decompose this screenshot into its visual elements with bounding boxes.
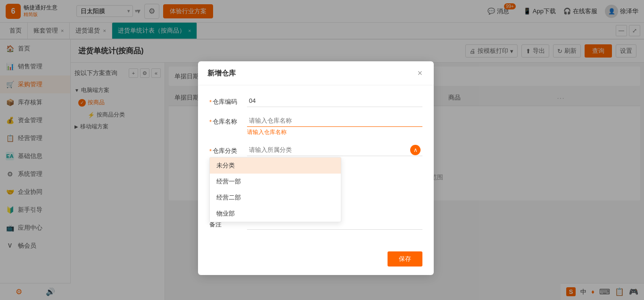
save-button[interactable]: 保存 (388, 251, 422, 267)
category-dropdown: 未分类 经营一部 经营二部 物业部 (209, 157, 341, 222)
category-select-wrap: ∧ (247, 144, 422, 156)
name-label: * 仓库名称 (209, 115, 247, 126)
dialog-title: 新增仓库 (207, 69, 236, 78)
dialog-header: 新增仓库 × (198, 61, 434, 85)
category-input[interactable] (247, 144, 422, 156)
name-control: 请输入仓库名称 (247, 115, 422, 136)
form-row-code: * 仓库编码 (209, 95, 422, 107)
dropdown-item-dept2[interactable]: 经营二部 (210, 190, 341, 206)
dialog-body: * 仓库编码 * 仓库名称 请输入仓库名称 * 仓库分类 (198, 85, 434, 247)
category-control: ∧ 未分类 经营一部 经营二部 物业部 (247, 144, 422, 156)
code-input[interactable] (247, 95, 422, 107)
dropdown-item-unclassified[interactable]: 未分类 (210, 158, 341, 174)
new-warehouse-dialog: 新增仓库 × * 仓库编码 * 仓库名称 请输入仓库名称 (198, 61, 434, 275)
code-control (247, 95, 422, 107)
dropdown-item-dept1[interactable]: 经营一部 (210, 174, 341, 190)
category-arrow-btn[interactable]: ∧ (410, 145, 421, 155)
dialog-close-btn[interactable]: × (415, 68, 424, 78)
form-row-name: * 仓库名称 请输入仓库名称 (209, 115, 422, 136)
category-label: * 仓库分类 (209, 144, 247, 155)
name-error-tip: 请输入仓库名称 (247, 128, 422, 136)
name-input[interactable] (247, 115, 422, 127)
code-label: * 仓库编码 (209, 95, 247, 106)
form-row-category: * 仓库分类 ∧ 未分类 经营一部 经营二部 物业部 (209, 144, 422, 156)
dropdown-item-property[interactable]: 物业部 (210, 206, 341, 222)
dialog-footer: 保存 (198, 247, 434, 275)
